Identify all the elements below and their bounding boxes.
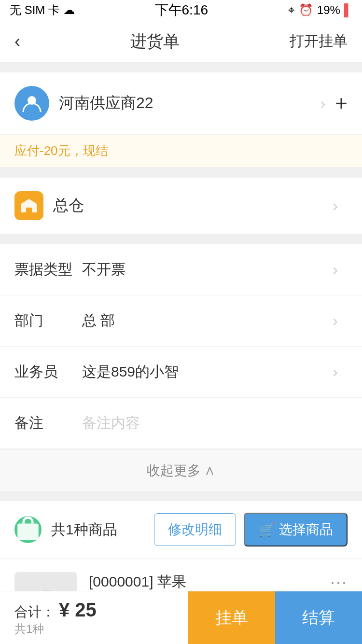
mid-divider-1 [0,168,362,178]
back-button[interactable]: ‹ [14,31,20,52]
status-bar: 无 SIM 卡 ☁ 下午6:16 ⌖ ⏰ 19% ▌ [0,0,362,20]
warehouse-name: 总仓 [53,195,333,216]
department-chevron-icon: › [333,312,338,330]
pending-button[interactable]: 挂单 [188,591,275,644]
products-header: 共1种商品 修改明细 🛒 选择商品 [0,501,362,559]
total-row: 合计： ¥ 25 [14,599,174,621]
salesperson-value: 这是859的小智 [82,362,333,382]
edit-details-button[interactable]: 修改明细 [154,513,236,546]
salesperson-chevron-icon: › [333,363,338,381]
status-right: ⌖ ⏰ 19% ▌ [288,3,352,17]
location-icon: ⌖ [288,3,295,17]
mid-divider-3 [0,491,362,501]
warehouse-icon [14,191,43,220]
warehouse-chevron-icon: › [333,197,338,215]
remark-row[interactable]: 备注 备注内容 [0,398,362,449]
product-code: [0000001] [89,574,153,589]
invoice-type-label: 票据类型 [14,260,82,280]
remark-label: 备注 [14,413,82,433]
total-sub: 共1种 [14,621,174,637]
supplier-card: 河南供应商22 › + 应付-20元，现结 [0,72,362,167]
status-left: 无 SIM 卡 ☁ [10,2,75,18]
products-count: 共1种商品 [51,520,154,540]
supplier-row[interactable]: 河南供应商22 › + [0,72,362,135]
total-amount: ¥ 25 [59,599,97,621]
product-name: [0000001] 苹果 [89,572,330,592]
checkout-button[interactable]: 结算 [275,591,362,644]
svg-rect-1 [26,208,32,212]
supplier-name: 河南供应商22 [59,93,320,114]
select-products-label: 选择商品 [279,520,333,539]
form-card: 票据类型 不开票 › 部门 总 部 › 业务员 这是859的小智 › 备注 备注… [0,244,362,449]
products-icon [14,516,42,543]
salesperson-row[interactable]: 业务员 这是859的小智 › [0,347,362,398]
supplier-avatar [14,86,49,121]
total-label: 合计： [14,603,55,621]
top-divider [0,63,362,72]
remark-input[interactable]: 备注内容 [82,413,348,433]
cart-icon: 🛒 [258,522,275,538]
supplier-chevron-icon: › [320,95,326,112]
total-section: 合计： ¥ 25 共1种 [0,591,188,644]
battery-icon: ▌ [344,3,352,17]
salesperson-label: 业务员 [14,362,82,382]
page-title: 进货单 [130,30,180,53]
invoice-type-value: 不开票 [82,260,333,280]
select-products-button[interactable]: 🛒 选择商品 [244,513,348,546]
product-more-button[interactable]: ··· [330,572,348,592]
payment-info-banner: 应付-20元，现结 [0,135,362,167]
collapse-row[interactable]: 收起更多 ∧ [0,450,362,491]
product-title-text: 苹果 [157,574,186,589]
svg-rect-2 [17,524,39,540]
warehouse-row[interactable]: 总仓 › [0,178,362,234]
status-time: 下午6:16 [155,1,209,19]
department-label: 部门 [14,311,82,331]
department-row[interactable]: 部门 总 部 › [0,295,362,347]
add-supplier-button[interactable]: + [335,93,348,114]
open-pending-button[interactable]: 打开挂单 [290,31,348,51]
invoice-type-row[interactable]: 票据类型 不开票 › [0,244,362,295]
warehouse-card: 总仓 › [0,178,362,234]
invoice-type-chevron-icon: › [333,261,338,279]
department-value: 总 部 [82,311,333,331]
nav-bar: ‹ 进货单 打开挂单 [0,20,362,63]
battery-level: 19% [317,3,340,17]
bottom-bar: 合计： ¥ 25 共1种 挂单 结算 [0,591,362,644]
alarm-icon: ⏰ [299,3,313,17]
network-status: 无 SIM 卡 ☁ [10,2,75,18]
mid-divider-2 [0,235,362,244]
